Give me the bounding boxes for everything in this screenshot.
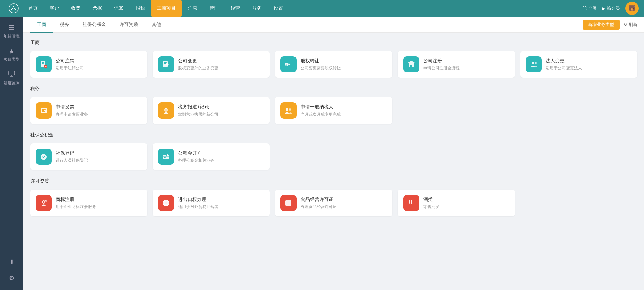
svg-rect-12 (164, 63, 166, 64)
nav-settings[interactable]: 设置 (268, 0, 289, 17)
card-legal-change[interactable]: 法人变更 适用于公司变更法人 (520, 51, 637, 78)
settings-icon-btn[interactable]: ⚙ (5, 271, 18, 285)
main-layout: ☰ 项目管理 ★ 项目类型 进度监测 ⬇ ⚙ 工商 税务 (0, 17, 644, 290)
section-title-gongshang: 工商 (30, 40, 637, 46)
company-change-icon (158, 56, 174, 72)
list-icon: ☰ (9, 24, 15, 32)
card-desc: 适用于对外贸易经营者 (178, 204, 218, 210)
tab-shebao[interactable]: 社保公积金 (76, 17, 113, 33)
download-icon-btn[interactable]: ⬇ (5, 255, 18, 269)
svg-marker-17 (408, 61, 415, 63)
nav-tax[interactable]: 报税 (129, 0, 151, 17)
card-provident-fund[interactable]: 公积金开户 办理公积金相关业务 (153, 143, 270, 170)
card-desc: 拿到营业执照的新公司 (178, 112, 218, 117)
card-title: 社保登记 (56, 150, 88, 156)
svg-rect-45 (286, 202, 290, 202)
svg-rect-50 (412, 200, 413, 202)
svg-rect-52 (412, 202, 413, 204)
card-text: 公司注销 适用于注销公司 (56, 58, 84, 71)
nav-operation[interactable]: 经营 (225, 0, 246, 17)
sidebar-item-project-type[interactable]: ★ 项目类型 (0, 43, 23, 66)
svg-point-35 (43, 201, 45, 203)
general-taxpayer-icon (280, 102, 297, 119)
svg-point-1 (13, 6, 14, 7)
card-desc: 零售批发 (423, 204, 439, 210)
card-equity-transfer[interactable]: ¥ 股权转让 公司变更需要股权转让 (275, 51, 392, 78)
svg-point-27 (286, 108, 288, 111)
card-text: 法人变更 适用于公司变更法人 (546, 58, 582, 71)
card-desc: 适用于公司变更法人 (546, 65, 582, 71)
gongshang-cards-grid: 公司注销 适用于注销公司 (30, 51, 637, 78)
svg-rect-51 (410, 202, 411, 204)
fullscreen-btn[interactable]: ⛶ 全屏 (582, 5, 597, 11)
card-social-insurance[interactable]: 社保登记 进行人员社保登记 (30, 143, 147, 170)
import-export-icon (158, 195, 174, 211)
tax-report-icon (158, 102, 174, 119)
nav-message[interactable]: 消息 (182, 0, 203, 17)
card-title: 酒类 (423, 197, 439, 203)
card-desc: 办理公积金相关业务 (178, 158, 214, 163)
company-register-icon (403, 56, 419, 72)
card-desc: 当月或次月成变更完成 (301, 112, 341, 117)
card-title: 申请一般纳税人 (301, 104, 341, 110)
nav-customer[interactable]: 客户 (44, 0, 65, 17)
tab-gongshang[interactable]: 工商 (30, 17, 53, 33)
refresh-button[interactable]: ↻ 刷新 (624, 22, 637, 28)
svg-point-26 (165, 109, 167, 111)
card-title: 进出口权办理 (178, 197, 218, 203)
card-title: 商标注册 (56, 197, 96, 203)
monitor-icon (8, 70, 15, 79)
card-general-taxpayer[interactable]: 申请一般纳税人 当月或次月成变更完成 (275, 97, 392, 124)
add-type-button[interactable]: 新增业务类型 (583, 20, 620, 30)
card-import-export[interactable]: 进出口权办理 适用于对外贸易经营者 (153, 190, 270, 216)
svg-rect-46 (286, 203, 289, 203)
svg-rect-23 (42, 110, 44, 111)
equity-transfer-icon: ¥ (280, 56, 297, 72)
card-title: 申请发票 (56, 104, 88, 110)
vip-btn[interactable]: ▶ 畅会员 (602, 5, 620, 11)
card-desc: 适用于注销公司 (56, 65, 84, 71)
svg-point-20 (535, 62, 537, 64)
nav-bill[interactable]: 票据 (87, 0, 108, 17)
card-food-license[interactable]: 食品经营许可证 办理食品经营许可证 (275, 190, 392, 216)
sidebar-item-progress[interactable]: 进度监测 (0, 66, 23, 90)
card-title: 股权转让 (301, 58, 341, 64)
card-invoice[interactable]: 申请发票 办理申请发票业务 (30, 97, 147, 124)
card-text: 食品经营许可证 办理食品经营许可证 (301, 197, 337, 210)
card-company-register[interactable]: 公司注册 申请公司注册全流程 (398, 51, 515, 78)
nav-industry[interactable]: 工商项目 (151, 0, 182, 17)
card-trademark[interactable]: + 商标注册 用于企业商标注册服务 (30, 190, 147, 216)
card-desc: 公司变更需要股权转让 (301, 65, 341, 71)
card-tax-report[interactable]: 税务报道+记账 拿到营业执照的新公司 (153, 97, 270, 124)
card-alcohol[interactable]: 酒类 零售批发 (398, 190, 515, 216)
card-title: 公司注销 (56, 58, 84, 64)
card-desc: 办理申请发票业务 (56, 112, 88, 117)
card-company-change[interactable]: 公司变更 股权变更外的业务变更 (153, 51, 270, 78)
card-text: 酒类 零售批发 (423, 197, 439, 210)
card-text: 商标注册 用于企业商标注册服务 (56, 197, 96, 210)
card-text: 公司变更 股权变更外的业务变更 (178, 58, 218, 71)
scroll-content[interactable]: 工商 公司注销 (23, 33, 644, 290)
svg-rect-30 (163, 156, 169, 157)
nav-menu: 首页 客户 收费 票据 记账 报税 工商项目 消息 管理 经营 服务 设置 (22, 0, 582, 17)
tab-shuiwu[interactable]: 税务 (53, 17, 76, 33)
nav-home[interactable]: 首页 (22, 0, 44, 17)
tab-xuke[interactable]: 许可资质 (113, 17, 145, 33)
card-text: 申请发票 办理申请发票业务 (56, 104, 88, 117)
card-title: 公积金开户 (178, 150, 214, 156)
svg-rect-6 (42, 62, 44, 63)
mascot-avatar: 🐻 (625, 2, 639, 15)
card-title: 公司变更 (178, 58, 218, 64)
nav-accounting[interactable]: 记账 (108, 0, 129, 17)
card-desc: 申请公司注册全流程 (423, 65, 460, 71)
nav-fee[interactable]: 收费 (65, 0, 87, 17)
invoice-icon (36, 102, 52, 119)
sidebar-item-project-manage[interactable]: ☰ 项目管理 (0, 19, 23, 43)
nav-service[interactable]: 服务 (246, 0, 268, 17)
card-company-cancel[interactable]: 公司注销 适用于注销公司 (30, 51, 147, 78)
nav-manage[interactable]: 管理 (203, 0, 225, 17)
section-title-shebao: 社保公积金 (30, 132, 637, 138)
food-license-icon (280, 195, 297, 211)
tab-other[interactable]: 其他 (145, 17, 168, 33)
app-logo (5, 0, 22, 17)
